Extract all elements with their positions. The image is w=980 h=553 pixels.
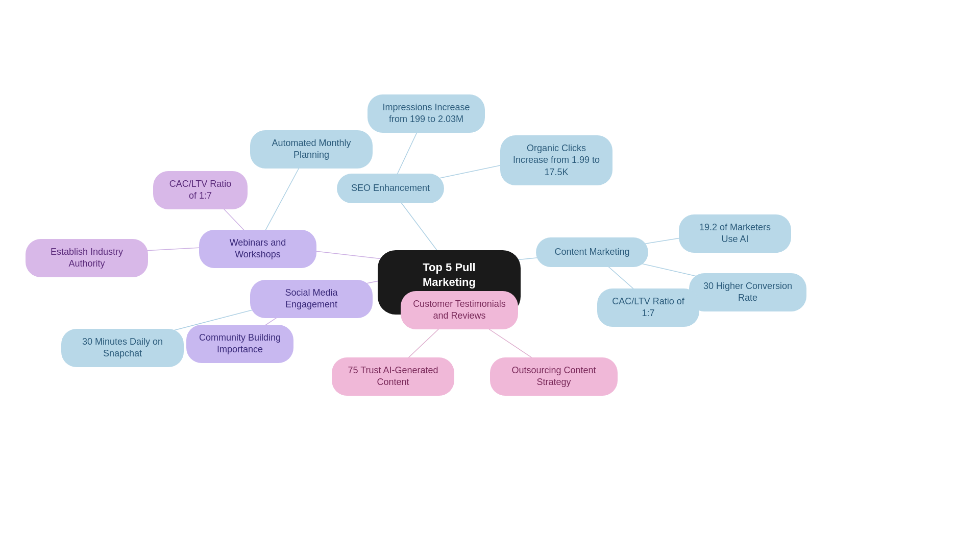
- node-content_marketing: Content Marketing: [536, 237, 648, 267]
- node-outsourcing: Outsourcing Content Strategy: [490, 357, 618, 396]
- node-cac_ltv_right: CAC/LTV Ratio of 1:7: [597, 288, 699, 327]
- node-seo: SEO Enhancement: [337, 174, 444, 203]
- node-cac_ltv_left: CAC/LTV Ratio of 1:7: [153, 171, 248, 209]
- node-establish: Establish Industry Authority: [26, 239, 148, 277]
- node-automated: Automated Monthly Planning: [250, 130, 373, 169]
- mind-map: Top 5 Pull Marketing StrategiesSEO Enhan…: [0, 0, 980, 553]
- node-trust_ai: 75 Trust AI-Generated Content: [332, 357, 454, 396]
- node-conversion: 30 Higher Conversion Rate: [689, 273, 806, 311]
- node-webinars: Webinars and Workshops: [199, 230, 316, 268]
- node-organic: Organic Clicks Increase from 1.99 to 17.…: [500, 135, 612, 185]
- node-impressions: Impressions Increase from 199 to 2.03M: [368, 94, 485, 133]
- node-marketers_ai: 19.2 of Marketers Use AI: [679, 214, 791, 253]
- node-social_media: Social Media Engagement: [250, 280, 373, 318]
- node-community: Community Building Importance: [186, 325, 293, 363]
- node-testimonials: Customer Testimonials and Reviews: [401, 291, 518, 329]
- node-snapchat: 30 Minutes Daily on Snapchat: [61, 329, 184, 367]
